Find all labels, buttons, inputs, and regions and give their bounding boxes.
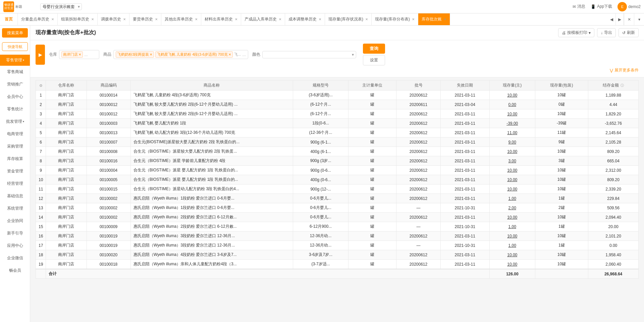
sidebar-item-retail[interactable]: 零售管理 ▾ <box>0 55 30 66</box>
query-btn[interactable]: 查询 <box>363 44 385 54</box>
sidebar-item-purchase[interactable]: 采购管理 <box>1 141 29 152</box>
user-menu[interactable]: E demo2 <box>618 2 641 11</box>
tab-kucunpicizh[interactable]: 库存批次账 ✕ <box>418 13 450 25</box>
tab-home[interactable]: 首页 <box>0 13 18 25</box>
sidebar-basicinfo-label: 基础信息 <box>7 194 23 198</box>
tab-qita-close[interactable]: ✕ <box>195 17 198 21</box>
cell-batch: 20200612 <box>396 194 440 203</box>
tab-chanpinruku-close[interactable]: ✕ <box>279 17 281 21</box>
cell-qty-main[interactable]: 3.00 <box>489 156 535 166</box>
sidebar-item-member[interactable]: 会员中心 <box>1 91 29 102</box>
warehouse-filter-input[interactable]: 南岸门店 ✕ … <box>59 50 99 59</box>
industry-selector[interactable]: 母婴行业演示账套 <box>37 3 82 10</box>
sidebar-item-appcenter[interactable]: 应用中心 <box>1 240 29 251</box>
warehouse-tag[interactable]: 南岸门店 ✕ <box>61 51 83 58</box>
tab-cailiao-close[interactable]: ✕ <box>235 17 237 21</box>
export-btn[interactable]: ↓ 导出 <box>597 28 616 37</box>
sidebar-item-vip[interactable]: 畅会员 <box>1 265 29 276</box>
tab-cailiao[interactable]: 材料出库单历史 ✕ <box>201 13 241 25</box>
message-btn[interactable]: ✉ 消息 <box>573 4 585 9</box>
cell-qty-main[interactable]: 10.00 <box>489 231 535 241</box>
tab-diaob-close[interactable]: ✕ <box>123 17 126 21</box>
product-more-tag[interactable]: 飞... <box>234 52 241 57</box>
tab-close-btn[interactable]: ✕ <box>624 13 634 25</box>
cell-qty-main[interactable]: 10.00 <box>489 213 535 222</box>
cell-qty-main[interactable]: 10.00 <box>489 260 535 269</box>
sidebar-item-operations[interactable]: 经营管理 <box>1 178 29 189</box>
warehouse-tag-close[interactable]: ✕ <box>78 53 81 56</box>
cell-qty-main[interactable]: 2.00 <box>489 203 535 213</box>
tab-fenliang-close[interactable]: ✕ <box>51 17 54 21</box>
search-menu-btn[interactable]: 搜索菜单 <box>2 28 28 38</box>
tab-chanpinruku[interactable]: 产成品入库单历史 ✕ <box>241 13 285 25</box>
table-row: 16 南岸门店 00100019 惠氏启陪（Wyeth illuma）3段奶粉 … <box>36 231 639 241</box>
sidebar-item-guide[interactable]: 新手引导 <box>1 228 29 239</box>
sidebar-item-inventory[interactable]: 库存核算 <box>1 153 29 164</box>
cell-qty-main[interactable]: 10.00 <box>489 250 535 260</box>
cell-qty-main[interactable]: 1.00 <box>489 241 535 250</box>
sidebar-item-marketing[interactable]: 营销推广 <box>1 79 29 90</box>
cell-qty-main[interactable]: -39.00 <box>489 119 535 128</box>
tab-chengbentiaoz-close[interactable]: ✕ <box>319 17 321 21</box>
product-tag-1-close[interactable]: ✕ <box>150 53 152 56</box>
color-filter-label: 颜色 <box>252 52 260 57</box>
table-row: 18 南岸门店 00100020 惠氏启陪（Wyeth illuma）4段奶粉 … <box>36 250 639 260</box>
product-filter-input[interactable]: 飞鹤奶粉3段两提装 ✕ 飞鹤星飞帆 儿童奶粉 4段(3-6岁适用) 700克 ✕… <box>113 50 248 59</box>
tab-qita[interactable]: 其他出库单历史 ✕ <box>161 13 201 25</box>
tab-xiancunfenbu-close[interactable]: ✕ <box>412 17 415 21</box>
cell-qty-main[interactable]: 10.00 <box>489 91 535 100</box>
sidebar-item-system[interactable]: 系统管理 <box>1 203 29 214</box>
refresh-btn[interactable]: ↺ 刷新 <box>619 28 639 37</box>
tab-diaob[interactable]: 调拨单历史 ✕ <box>98 13 129 25</box>
sidebar-item-wholesale[interactable]: 批发管理 ▾ <box>1 116 29 127</box>
app-download-btn[interactable]: 📱 App下载 <box>591 4 612 9</box>
cell-qty-main[interactable]: 1.00 <box>489 194 535 203</box>
tab-xiancunfenbu[interactable]: 现存量(库存分布表) ✕ <box>372 13 418 25</box>
balance-info-icon[interactable]: ⓘ <box>621 84 624 87</box>
sidebar-item-retailstats[interactable]: 零售统计 <box>1 104 29 115</box>
tab-yaohuo-close[interactable]: ✕ <box>155 17 158 21</box>
tab-yaohuo[interactable]: 要货单历史 ✕ <box>129 13 161 25</box>
sidebar-item-corpwechat[interactable]: 企业微信 <box>1 253 29 264</box>
tab-next-btn[interactable]: ▶ <box>616 13 624 25</box>
sidebar-item-retailshop[interactable]: 零售商城 <box>1 66 29 77</box>
sidebar-item-ecommerce[interactable]: 电商管理 <box>1 128 29 140</box>
cell-qty-main[interactable]: 10.00 <box>489 166 535 175</box>
cell-qty-main[interactable]: 11.00 <box>489 128 535 138</box>
tab-prev-btn[interactable]: ◀ <box>608 13 616 25</box>
filter-expand-btn[interactable]: ⋁ 展开更多条件 <box>610 67 639 73</box>
tab-fenliang[interactable]: 分量盘点单历史 ✕ <box>18 13 58 25</box>
cell-qty-main[interactable]: 1.00 <box>489 222 535 231</box>
total-label: 合计 <box>46 269 489 279</box>
th-warehouse: 仓库名称 <box>46 80 87 91</box>
tab-xiancunzhuang[interactable]: 现存量(库存状况表) ✕ <box>325 13 372 25</box>
sidebar-item-basicinfo[interactable]: 基础信息 <box>1 191 29 202</box>
tab-chengbentiaoz[interactable]: 成本调整单历史 ✕ <box>285 13 325 25</box>
tab-zuzhuan[interactable]: 组装拆卸单历史 ✕ <box>58 13 98 25</box>
sidebar-item-collab[interactable]: 企业协同 <box>1 215 29 226</box>
th-name: 商品名称 <box>130 80 293 91</box>
tab-menu-btn[interactable]: ▾ <box>634 13 644 25</box>
total-balance: 26,968.64 <box>588 269 639 279</box>
cell-qty-main[interactable]: 0.00 <box>489 100 535 109</box>
quick-nav-btn[interactable]: 快捷导航 <box>2 42 28 51</box>
print-btn[interactable]: 🖨 按模板打印 ▾ <box>558 28 594 37</box>
sidebar-item-finance[interactable]: 资金管理 <box>1 166 29 177</box>
product-tag-1[interactable]: 飞鹤奶粉3段两提装 ✕ <box>116 51 154 58</box>
cell-qty-main[interactable]: 9.00 <box>489 138 535 147</box>
th-settings[interactable]: ⚙ <box>36 80 46 91</box>
product-tag-2-close[interactable]: ✕ <box>228 53 231 56</box>
industry-select[interactable]: 母婴行业演示账套 <box>40 3 82 10</box>
cell-qty-main[interactable]: 10.00 <box>489 184 535 194</box>
filter-toggle-btn[interactable]: ▶ <box>36 45 45 65</box>
product-tag-2[interactable]: 飞鹤星飞帆 儿童奶粉 4段(3-6岁适用) 700克 ✕ <box>155 51 233 58</box>
cell-qty-main[interactable]: 10.00 <box>489 147 535 156</box>
color-filter-input[interactable]: ▾ <box>262 51 356 58</box>
settings-btn[interactable]: 设置 <box>363 55 385 65</box>
cell-qty-main[interactable]: 10.00 <box>489 109 535 119</box>
tab-kucunpicizh-close[interactable]: ✕ <box>444 17 446 21</box>
cell-qty-main[interactable]: 10.00 <box>489 175 535 184</box>
tab-zuzhuan-close[interactable]: ✕ <box>91 17 94 21</box>
table-settings-icon[interactable]: ⚙ <box>39 84 43 88</box>
tab-xiancunzhuang-close[interactable]: ✕ <box>365 17 368 21</box>
